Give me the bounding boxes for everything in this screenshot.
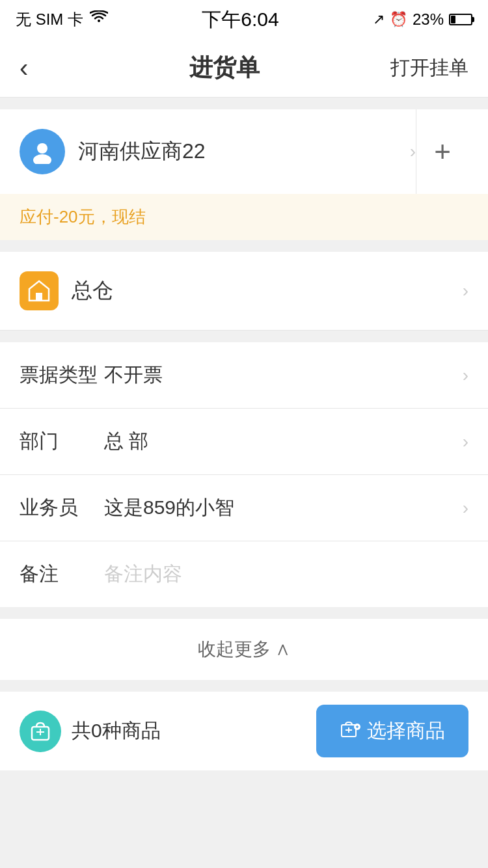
- alarm-icon: ⏰: [390, 11, 407, 28]
- collapse-label: 收起更多 ∧: [198, 637, 291, 662]
- warehouse-section[interactable]: 总仓 ›: [0, 252, 488, 331]
- invoice-type-chevron-icon: ›: [463, 365, 468, 386]
- nav-bar: ‹ 进货单 打开挂单: [0, 39, 488, 98]
- status-right: ↗ ⏰ 23%: [373, 10, 472, 29]
- cart-icon: [340, 721, 360, 742]
- salesperson-row[interactable]: 业务员 这是859的小智 ›: [0, 475, 488, 541]
- supplier-avatar: [20, 129, 65, 174]
- invoice-type-label: 票据类型: [20, 362, 104, 388]
- status-bar: 无 SIM 卡 下午6:04 ↗ ⏰ 23%: [0, 0, 488, 39]
- remark-row[interactable]: 备注 备注内容: [0, 541, 488, 607]
- salesperson-label: 业务员: [20, 495, 104, 521]
- svg-point-1: [33, 154, 51, 164]
- carrier-label: 无 SIM 卡: [16, 9, 83, 30]
- supplier-name: 河南供应商22: [78, 137, 390, 166]
- status-time: 下午6:04: [202, 7, 278, 33]
- battery-bar: [449, 14, 472, 25]
- supplier-main[interactable]: 河南供应商22 ›: [20, 109, 416, 194]
- location-icon: ↗: [373, 11, 385, 28]
- product-count-area: 共0种商品: [20, 711, 161, 752]
- department-chevron-icon: ›: [463, 431, 468, 452]
- salesperson-value: 这是859的小智: [104, 495, 456, 521]
- open-pending-button[interactable]: 打开挂单: [390, 55, 468, 81]
- department-row[interactable]: 部门 总 部 ›: [0, 409, 488, 475]
- page-background: [0, 770, 488, 868]
- product-count-text: 共0种商品: [72, 718, 161, 744]
- department-label: 部门: [20, 428, 104, 455]
- back-button[interactable]: ‹: [20, 53, 59, 83]
- select-product-button[interactable]: 选择商品: [316, 705, 468, 757]
- invoice-type-value: 不开票: [104, 362, 456, 388]
- salesperson-chevron-icon: ›: [463, 498, 468, 519]
- invoice-type-row[interactable]: 票据类型 不开票 ›: [0, 342, 488, 409]
- warehouse-icon: [20, 271, 59, 310]
- battery-percent: 23%: [413, 10, 444, 29]
- bottom-bar: 共0种商品 选择商品: [0, 692, 488, 770]
- remark-value[interactable]: 备注内容: [104, 561, 468, 588]
- notice-text: 应付-20元，现结: [20, 207, 146, 226]
- status-left: 无 SIM 卡: [16, 9, 108, 30]
- select-product-label: 选择商品: [367, 718, 445, 744]
- collapse-button[interactable]: 收起更多 ∧: [0, 619, 488, 680]
- warehouse-chevron-icon: ›: [463, 280, 468, 301]
- warehouse-name: 总仓: [72, 277, 443, 305]
- svg-rect-3: [36, 293, 42, 301]
- form-section: 票据类型 不开票 › 部门 总 部 › 业务员 这是859的小智 › 备注 备注…: [0, 342, 488, 607]
- add-supplier-button[interactable]: +: [416, 109, 468, 194]
- department-value: 总 部: [104, 428, 456, 455]
- remark-label: 备注: [20, 561, 104, 588]
- wifi-icon: [90, 10, 108, 29]
- product-icon: [20, 711, 61, 752]
- svg-point-0: [37, 143, 47, 154]
- notice-banner: 应付-20元，现结: [0, 194, 488, 240]
- supplier-section: 河南供应商22 › +: [0, 109, 488, 194]
- supplier-chevron-icon: ›: [410, 141, 416, 162]
- section-divider-1: [0, 98, 488, 109]
- page-title: 进货单: [189, 52, 260, 84]
